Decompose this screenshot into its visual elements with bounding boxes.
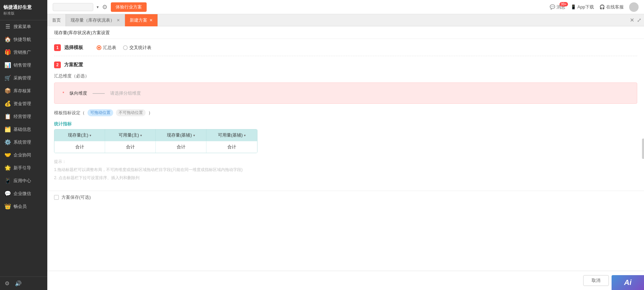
sidebar-item-member[interactable]: 👑 畅会员 [0, 200, 47, 213]
table-header-cell-1[interactable]: 现存量(主) ▾ [54, 129, 105, 141]
dropdown-arrow-icon: ▾ [97, 5, 99, 9]
tab-new-scheme-close-icon[interactable]: ✕ [149, 18, 153, 23]
dimension-row: * 纵向维度 —— 请选择分组维度 [63, 90, 629, 97]
step1-badge: 1 [54, 44, 61, 51]
sidebar-item-label: 企业协同 [14, 152, 31, 158]
save-label: 方案保存(可选) [61, 194, 91, 200]
sidebar-item-operations[interactable]: 📋 经营管理 [0, 110, 47, 123]
sidebar-item-label: 快捷导航 [14, 37, 31, 43]
app-download-button[interactable]: 📱 App下载 [571, 4, 594, 10]
online-support-label: 在线客服 [606, 4, 624, 10]
audio-icon[interactable]: 🔊 [15, 280, 22, 287]
tab-new-scheme[interactable]: 新建方案 ✕ [125, 14, 158, 26]
indicator-label-suffix: ） [148, 110, 153, 116]
tab-inventory-status[interactable]: 现存量（库存状况表） ✕ [66, 14, 125, 26]
table-data-cell-1: 合计 [54, 141, 105, 153]
headset-icon: 🎧 [599, 4, 605, 9]
tips-item-2: 2. 点击标题栏下拉可设置排序、插入列和删除列 [54, 174, 637, 182]
wechat-icon: 💬 [5, 191, 11, 197]
table-data-cell-3: 合计 [156, 141, 206, 153]
ai-badge[interactable]: Ai [612, 275, 644, 290]
step1-header: 1 选择模板 汇总表 交叉统计表 [54, 44, 637, 51]
user-avatar[interactable] [629, 2, 639, 12]
table-header-cell-2[interactable]: 可用量(主) ▾ [105, 129, 156, 141]
dimension-section-label: 汇总维度（必选） [54, 73, 637, 79]
resize-handle[interactable] [642, 139, 644, 159]
topbar: ▾ ⚙ 体验行业方案 💬 消息 99+ 📱 App下载 🎧 在线客服 [47, 0, 644, 14]
settings-gear-icon[interactable]: ⚙ [102, 3, 107, 11]
sidebar-item-shortcut[interactable]: 🏠 快捷导航 [0, 33, 47, 46]
sidebar-nav: ☰ 搜索菜单 🏠 快捷导航 🎁 营销推广 📊 销售管理 🛒 采购管理 📦 库存核… [0, 20, 47, 276]
sidebar-item-label: 库存核算 [14, 88, 31, 94]
indicator-settings: 模板指标设定（ 可拖动位置 不可拖动位置 ） [54, 109, 637, 116]
table-header-cell-4[interactable]: 可用量(基辅) ▾ [206, 129, 257, 141]
sidebar-item-inventory[interactable]: 📦 库存核算 [0, 84, 47, 97]
dimension-label: 纵向维度 [70, 90, 87, 96]
header-dropdown-icon-2[interactable]: ▾ [140, 134, 142, 137]
header-dropdown-icon-4[interactable]: ▾ [244, 134, 246, 137]
sidebar-item-label: 系统管理 [14, 139, 31, 145]
sidebar-item-enterprise[interactable]: 🤝 企业协同 [0, 149, 47, 162]
sidebar-item-newbie[interactable]: 🌟 新手引导 [0, 162, 47, 174]
data-value-3: 合计 [177, 144, 185, 149]
radio-summary[interactable]: 汇总表 [97, 45, 116, 51]
sidebar-item-search[interactable]: ☰ 搜索菜单 [0, 20, 47, 33]
tab-new-scheme-label: 新建方案 [130, 17, 147, 23]
header-label-1: 现存量(主) [68, 132, 89, 138]
sidebar-item-label: 采购管理 [14, 75, 31, 81]
radio-cross[interactable]: 交叉统计表 [123, 45, 151, 51]
stats-table: 现存量(主) ▾ 可用量(主) ▾ 现存量(基辅) ▾ 可用量(基辅) ▾ [54, 129, 257, 153]
trial-button[interactable]: 体验行业方案 [111, 2, 147, 12]
bottombar: 取消 查询 [47, 271, 644, 290]
tips-title: 提示： [54, 158, 637, 166]
save-checkbox[interactable] [54, 195, 59, 200]
sidebar-item-label: 经营管理 [14, 114, 31, 120]
sidebar-item-sales[interactable]: 📊 销售管理 [0, 59, 47, 72]
message-icon: 💬 [550, 4, 555, 9]
tab-inventory-status-label: 现存量（库存状况表） [71, 17, 115, 23]
enterprise-icon: 🤝 [5, 152, 11, 158]
sidebar-item-apps[interactable]: 📱 应用中心 [0, 174, 47, 187]
sidebar-bottom: ⚙ 🔊 [0, 276, 47, 290]
header-dropdown-icon-3[interactable]: ▾ [193, 134, 195, 137]
inventory-icon: 📦 [5, 88, 11, 94]
online-support-button[interactable]: 🎧 在线客服 [599, 4, 624, 10]
dimension-arrow: —— [93, 90, 105, 97]
indicator-settings-label: 模板指标设定（ 可拖动位置 不可拖动位置 ） [54, 109, 637, 116]
expand-window-icon[interactable]: ⤢ [637, 17, 641, 23]
step2-title: 方案配置 [64, 62, 83, 68]
search-input[interactable] [53, 3, 93, 11]
topbar-dropdown[interactable]: ▾ [97, 5, 99, 9]
sidebar-item-wechat[interactable]: 💬 企业微信 [0, 187, 47, 200]
sidebar-item-basic[interactable]: 🗂️ 基础信息 [0, 123, 47, 136]
sidebar-item-label: 销售管理 [14, 62, 31, 68]
sidebar-item-label: 基础信息 [14, 126, 31, 132]
data-value-1: 合计 [75, 144, 84, 149]
settings-icon[interactable]: ⚙ [5, 280, 9, 287]
save-option: 方案保存(可选) [47, 191, 644, 204]
finance-icon: 💰 [5, 101, 11, 107]
header-dropdown-icon-1[interactable]: ▾ [90, 134, 91, 137]
sidebar-item-system[interactable]: ⚙️ 系统管理 [0, 136, 47, 149]
app-name: 畅捷通好生意 [3, 4, 44, 11]
close-window-icon[interactable]: ✕ [630, 17, 634, 23]
sidebar-item-purchase[interactable]: 🛒 采购管理 [0, 72, 47, 84]
step1-title: 选择模板 [64, 45, 83, 51]
table-header-cell-3[interactable]: 现存量(基辅) ▾ [156, 129, 206, 141]
dimension-placeholder[interactable]: 请选择分组维度 [110, 90, 141, 96]
sidebar-item-label: 资金管理 [14, 101, 31, 107]
sidebar-item-label: 应用中心 [14, 178, 31, 184]
tab-home[interactable]: 首页 [47, 14, 66, 26]
sidebar-item-label: 畅会员 [14, 203, 27, 210]
sidebar-item-finance[interactable]: 💰 资金管理 [0, 97, 47, 110]
template-options: 汇总表 交叉统计表 [97, 45, 151, 51]
step2-badge: 2 [54, 62, 61, 68]
tab-inventory-close-icon[interactable]: ✕ [117, 18, 120, 23]
apps-icon: 📱 [5, 178, 11, 184]
radio-summary-dot [97, 45, 101, 50]
sidebar-item-marketing[interactable]: 🎁 营销推广 [0, 46, 47, 59]
radio-summary-label: 汇总表 [103, 45, 116, 51]
stats-title: 统计指标 [54, 121, 637, 127]
messages-button[interactable]: 💬 消息 99+ [550, 4, 565, 10]
cancel-button[interactable]: 取消 [583, 275, 609, 286]
